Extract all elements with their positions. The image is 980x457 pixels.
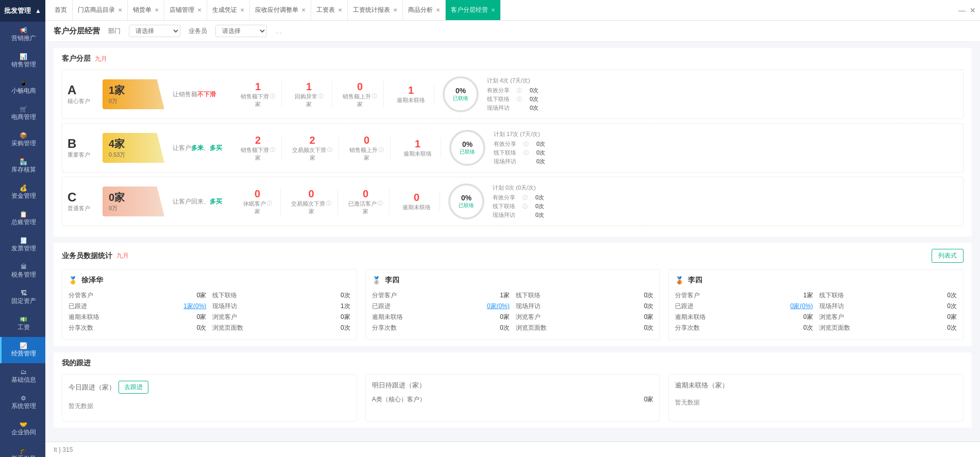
sidebar-item-xiaodian[interactable]: 📱 小畅电商 xyxy=(0,74,45,100)
biz-stat-row: 线下联络 0次 xyxy=(516,290,653,301)
info-icon-b1[interactable]: ⓘ xyxy=(327,146,332,154)
tier-c-side-2: 现场拜访 0次 xyxy=(493,211,544,219)
sidebar-item-zijin[interactable]: 💰 资金管理 xyxy=(0,179,45,206)
stat-label: 现场拜访 xyxy=(819,302,844,311)
stat-label: 浏览页面数 xyxy=(516,324,547,332)
biz-card-1-stats: 分管客户 1家 已跟进 0家(0%) 逾期未联络 0家 xyxy=(372,290,654,333)
tab-customer-tier-close[interactable]: ✕ xyxy=(491,7,495,13)
tab-payroll-close[interactable]: ✕ xyxy=(338,7,342,13)
sidebar-item-caigou[interactable]: 📦 采购管理 xyxy=(0,127,45,153)
stat-val-link[interactable]: 1家(0%) xyxy=(183,302,206,311)
info-icon-a2[interactable]: ⓘ xyxy=(372,93,377,100)
biz-stat-row: 浏览页面数 0次 xyxy=(516,323,653,333)
dept-select[interactable]: 请选择 xyxy=(129,25,180,37)
info-icon-c0[interactable]: ⓘ xyxy=(267,200,272,207)
sidebar-item-icon: 🗂 xyxy=(4,368,43,376)
tier-b-side-1: 线下联络 ⓘ 0次 xyxy=(494,149,545,157)
sidebar-item-label: 库存核算 xyxy=(4,165,43,174)
tab-minimize-icon[interactable]: — xyxy=(958,6,966,14)
toolbar-more[interactable]: … xyxy=(275,27,282,35)
sidebar-item-jichu[interactable]: 🗂 基础信息 xyxy=(0,363,45,390)
info-icon-cs1[interactable]: ⓘ xyxy=(522,203,528,210)
customer-section-title: 客户分层 xyxy=(62,54,91,63)
tab-store[interactable]: 店铺管理 ✕ xyxy=(164,0,207,21)
follow-tomorrow-title: 明日待跟进（家） xyxy=(372,381,654,390)
sidebar-item-jingying[interactable]: 📈 经营管理 xyxy=(0,337,45,363)
sidebar-item-dianshang[interactable]: 🛒 电商管理 xyxy=(0,100,45,127)
sidebar-header: 批发管理 ▲ xyxy=(0,0,45,22)
sidebar-item-label: 税务管理 xyxy=(4,270,43,279)
info-icon-bs1[interactable]: ⓘ xyxy=(523,149,529,157)
tab-store-close[interactable]: ✕ xyxy=(197,7,201,13)
tab-product-close[interactable]: ✕ xyxy=(118,7,122,13)
info-icon-bs0[interactable]: ⓘ xyxy=(523,141,529,148)
staff-select[interactable]: 请选择 xyxy=(215,25,267,37)
sidebar-item-qiye[interactable]: 🤝 企业协同 xyxy=(0,416,45,442)
biz-stat-row: 线下联络 0次 xyxy=(212,290,350,301)
tier-b-plan: 计划 17次 (7天/次) xyxy=(494,130,545,138)
tab-payroll-report[interactable]: 工资统计报表 ✕ xyxy=(348,0,403,21)
biz-stat-row: 分管客户 1家 xyxy=(675,290,813,301)
tab-customer-tier[interactable]: 客户分层经营 ✕ xyxy=(446,0,501,21)
sidebar-item-zhangzhang[interactable]: 📋 总账管理 xyxy=(0,206,45,232)
tab-sale-close[interactable]: ✕ xyxy=(155,7,159,13)
tab-goods-analysis[interactable]: 商品分析 ✕ xyxy=(403,0,446,21)
sidebar-item-gudingzichan[interactable]: 🏗 固定资产 xyxy=(0,284,45,311)
info-icon-c1[interactable]: ⓘ xyxy=(326,200,331,207)
tab-payroll-report-close[interactable]: ✕ xyxy=(393,7,397,13)
sidebar-item-xinshou[interactable]: 🎓 新手引导 xyxy=(0,442,45,457)
stat-val: 0家 xyxy=(197,313,207,321)
tab-voucher-close[interactable]: ✕ xyxy=(240,7,244,13)
tier-a-m0-label: 销售额下滑 ⓘ xyxy=(241,93,275,100)
sidebar-item-fapiao[interactable]: 🧾 发票管理 xyxy=(0,232,45,258)
stat-val-link[interactable]: 0家(0%) xyxy=(790,302,813,311)
info-icon-b0[interactable]: ⓘ xyxy=(270,146,275,154)
biz-card-1-name: 李四 xyxy=(385,276,399,285)
follow-card-today: 今日跟进（家） 去跟进 暂无数据 xyxy=(62,374,357,421)
info-icon-b2[interactable]: ⓘ xyxy=(379,146,384,154)
tab-receivable[interactable]: 应收应付调整单 ✕ xyxy=(250,0,311,21)
tab-product[interactable]: 门店商品目录 ✕ xyxy=(73,0,128,21)
stat-label: 浏览客户 xyxy=(516,313,540,321)
tab-home[interactable]: 首页 xyxy=(49,0,73,21)
sidebar-item-kucun[interactable]: 🏪 库存核算 xyxy=(0,153,45,179)
tab-voucher[interactable]: 生成凭证 ✕ xyxy=(207,0,250,21)
tab-payroll[interactable]: 工资表 ✕ xyxy=(311,0,348,21)
stat-label: 逾期未联络 xyxy=(372,313,403,321)
follow-grid: 今日跟进（家） 去跟进 暂无数据 明日待跟进（家） A类（核心）客户） 0家 xyxy=(62,374,964,421)
biz-stat-row: 分管客户 1家 xyxy=(372,290,510,301)
info-icon-c2[interactable]: ⓘ xyxy=(378,200,383,207)
sidebar-item-xitong[interactable]: ⚙ 系统管理 xyxy=(0,390,45,416)
follow-card-tomorrow: 明日待跟进（家） A类（核心）客户） 0家 xyxy=(365,374,661,421)
stat-val: 0次 xyxy=(644,291,654,300)
tab-goods-analysis-close[interactable]: ✕ xyxy=(436,7,440,13)
sidebar-item-icon: 📊 xyxy=(4,53,43,60)
tier-b-letter: B xyxy=(67,138,98,150)
sidebar-item-xiaoshou[interactable]: 📊 销售管理 xyxy=(0,48,45,74)
stat-val-link[interactable]: 0家(0%) xyxy=(487,302,510,311)
info-icon-as0[interactable]: ⓘ xyxy=(517,87,522,94)
biz-card-0-name: 徐泽华 xyxy=(81,276,103,285)
sidebar-item-label: 企业协同 xyxy=(4,428,43,437)
tab-home-label: 首页 xyxy=(55,6,67,14)
tier-a-m2-num: 0 xyxy=(357,81,363,93)
goto-follow-button[interactable]: 去跟进 xyxy=(119,381,148,394)
stat-label: 线下联络 xyxy=(516,291,540,300)
biz-card-2-left: 分管客户 1家 已跟进 0家(0%) 逾期未联络 0家 xyxy=(675,290,813,333)
tier-c-name: 普通客户 xyxy=(67,205,98,212)
sidebar-item-icon: 🛒 xyxy=(4,106,43,113)
sidebar-item-yingxiao[interactable]: 📢 营销推广 xyxy=(0,22,45,48)
info-icon-cs0[interactable]: ⓘ xyxy=(522,194,528,201)
sidebar-collapse-icon[interactable]: ▲ xyxy=(35,7,41,14)
info-icon-a0[interactable]: ⓘ xyxy=(270,93,275,100)
info-icon-as1[interactable]: ⓘ xyxy=(517,96,522,103)
tab-close-icon[interactable]: ✕ xyxy=(970,6,976,14)
info-icon-a1[interactable]: ⓘ xyxy=(318,93,324,100)
tab-receivable-close[interactable]: ✕ xyxy=(301,7,306,13)
tab-sale[interactable]: 销货单 ✕ xyxy=(128,0,164,21)
follow-overdue-empty: 暂无数据 xyxy=(675,394,957,411)
tier-c-circle-pct: 0% xyxy=(461,194,471,202)
sidebar-item-gongzi[interactable]: 💵 工资 xyxy=(0,311,45,337)
list-view-button[interactable]: 列表式 xyxy=(932,249,964,263)
sidebar-item-shuiwu[interactable]: 🏛 税务管理 xyxy=(0,258,45,284)
